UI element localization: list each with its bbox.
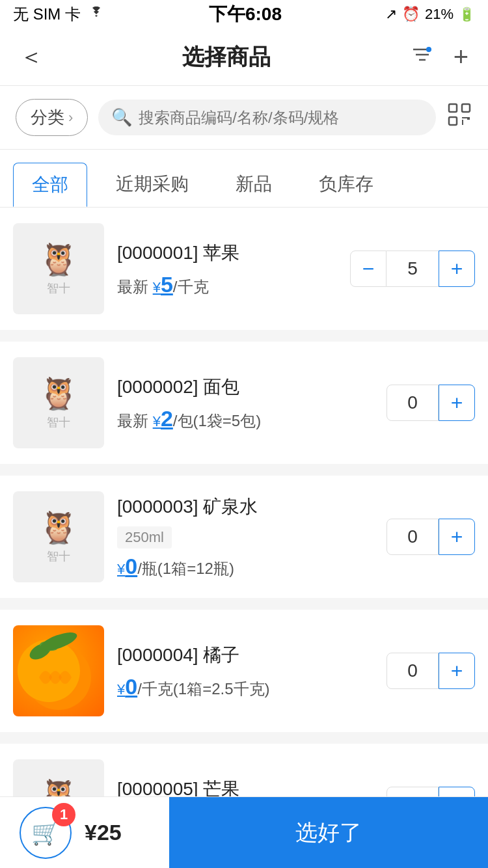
increase-button[interactable]: + — [439, 653, 475, 689]
scan-icon[interactable] — [446, 102, 472, 133]
nav-bar: ＜ 选择商品 + — [0, 29, 488, 86]
quantity-input[interactable] — [386, 251, 439, 287]
cart-badge: 1 — [52, 803, 75, 826]
cart-icon-button[interactable]: 🛒 1 — [20, 807, 72, 859]
quantity-input[interactable] — [386, 385, 439, 421]
alarm-icon: ⏰ — [402, 6, 420, 23]
decrease-button[interactable]: − — [350, 251, 386, 287]
battery-icon: 🔋 — [459, 7, 475, 22]
increase-button[interactable]: + — [439, 251, 475, 287]
tab-all[interactable]: 全部 — [13, 163, 87, 207]
svg-point-3 — [426, 47, 431, 52]
product-name: [0000003] 矿泉水 — [117, 495, 373, 519]
status-left: 无 SIM 卡 — [13, 4, 105, 25]
total-price: ¥25 — [85, 820, 122, 845]
chevron-right-icon: › — [68, 109, 73, 126]
search-icon: 🔍 — [111, 107, 132, 128]
bottom-bar: 🛒 1 ¥25 选好了 — [0, 796, 488, 868]
product-image-placeholder: 🦉 智十 — [13, 491, 104, 582]
svg-rect-4 — [449, 104, 457, 112]
product-info: [0000003] 矿泉水 250ml ¥0/瓶(1箱=12瓶) — [117, 495, 373, 579]
tab-negative-stock[interactable]: 负库存 — [301, 163, 392, 207]
quantity-control: + — [386, 519, 475, 555]
product-info: [0000004] 橘子 ¥0/千克(1箱=2.5千克) — [117, 643, 373, 699]
tab-bar: 全部 近期采购 新品 负库存 — [0, 150, 488, 208]
category-button[interactable]: 分类 › — [16, 99, 88, 136]
brand-text: 智十 — [47, 414, 70, 430]
product-info: [0000002] 面包 最新 ¥2/包(1袋=5包) — [117, 375, 373, 431]
brand-owl-icon: 🦉 — [39, 509, 78, 546]
increase-button[interactable]: + — [439, 519, 475, 555]
tab-new[interactable]: 新品 — [217, 163, 290, 207]
status-right: ↗ ⏰ 21% 🔋 — [385, 6, 475, 23]
list-item: 🦉 智十 [0000001] 苹果 最新 ¥5/千克 − + — [0, 208, 488, 330]
product-price: ¥0/瓶(1箱=12瓶) — [117, 554, 373, 579]
product-price: 最新 ¥5/千克 — [117, 272, 337, 297]
increase-button[interactable]: + — [439, 385, 475, 421]
list-item: 🦉 智十 [0000002] 面包 最新 ¥2/包(1袋=5包) + — [0, 342, 488, 464]
svg-rect-6 — [449, 117, 457, 125]
product-price: ¥0/千克(1箱=2.5千克) — [117, 674, 373, 699]
product-spec: 250ml — [117, 526, 172, 549]
svg-rect-9 — [467, 117, 470, 120]
product-price: 最新 ¥2/包(1袋=5包) — [117, 406, 373, 431]
nav-right-actions: + — [411, 42, 468, 72]
quantity-control: + — [386, 385, 475, 421]
product-name: [0000004] 橘子 — [117, 643, 373, 668]
carrier-label: 无 SIM 卡 — [13, 4, 81, 25]
cart-area: 🛒 1 ¥25 — [0, 807, 169, 859]
battery-label: 21% — [425, 6, 454, 23]
product-name: [0000001] 苹果 — [117, 241, 337, 265]
back-button[interactable]: ＜ — [20, 41, 43, 73]
quantity-control: + — [386, 653, 475, 689]
product-info: [0000001] 苹果 最新 ¥5/千克 — [117, 241, 337, 297]
time-label: 下午6:08 — [209, 2, 282, 27]
add-icon[interactable]: + — [454, 42, 468, 72]
svg-rect-8 — [462, 120, 463, 125]
brand-text: 智十 — [47, 280, 70, 296]
product-image-placeholder: 🦉 智十 — [13, 223, 104, 314]
confirm-button[interactable]: 选好了 — [169, 797, 488, 869]
product-name: [0000002] 面包 — [117, 375, 373, 400]
product-image-orange — [13, 625, 104, 716]
page-title: 选择商品 — [182, 42, 271, 72]
tab-recent[interactable]: 近期采购 — [98, 163, 207, 207]
filter-icon[interactable] — [411, 44, 434, 70]
svg-rect-7 — [462, 117, 467, 118]
status-bar: 无 SIM 卡 下午6:08 ↗ ⏰ 21% 🔋 — [0, 0, 488, 29]
wifi-icon — [87, 5, 105, 23]
product-list: 🦉 智十 [0000001] 苹果 最新 ¥5/千克 − + 🦉 智十 [000… — [0, 208, 488, 868]
list-item: [0000004] 橘子 ¥0/千克(1箱=2.5千克) + — [0, 610, 488, 732]
quantity-input[interactable] — [386, 519, 439, 555]
brand-owl-icon: 🦉 — [39, 241, 78, 278]
location-icon: ↗ — [385, 6, 397, 23]
quantity-control: − + — [350, 251, 475, 287]
product-image-placeholder: 🦉 智十 — [13, 357, 104, 448]
svg-rect-5 — [462, 104, 470, 112]
list-item: 🦉 智十 [0000003] 矿泉水 250ml ¥0/瓶(1箱=12瓶) + — [0, 476, 488, 598]
quantity-input[interactable] — [386, 653, 439, 689]
search-input[interactable] — [139, 109, 423, 127]
svg-point-11 — [18, 640, 80, 702]
brand-text: 智十 — [47, 549, 70, 564]
brand-owl-icon: 🦉 — [39, 375, 78, 412]
search-box[interactable]: 🔍 — [98, 100, 436, 135]
filter-bar: 分类 › 🔍 — [0, 86, 488, 150]
